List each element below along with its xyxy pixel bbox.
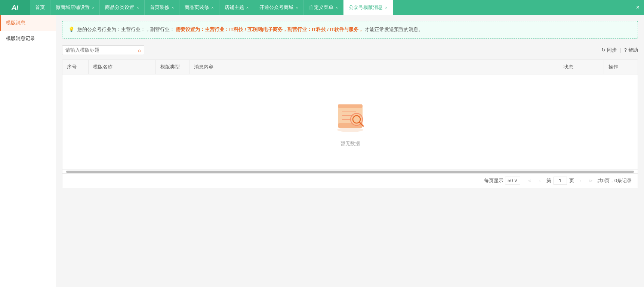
- empty-state: 暂无数据: [62, 74, 638, 170]
- data-table: 序号 模版名称 模版类型 消息内容 状态 操作: [62, 59, 638, 188]
- sync-button[interactable]: ↻ 同步: [601, 47, 617, 54]
- sidebar-item-label: 模版消息记录: [6, 36, 35, 41]
- banner-highlight: 需要设置为：主营行业：IT科技 / 互联网|电子商务，副营行业：IT科技 / I…: [176, 27, 363, 32]
- sync-label: 同步: [607, 47, 617, 54]
- help-label: 帮助: [628, 47, 638, 54]
- th-type: 模版类型: [156, 60, 189, 74]
- nav-tab-shop-settings[interactable]: 微商城店铺设置 ×: [50, 0, 100, 15]
- sidebar: 模版消息 模版消息记录: [0, 15, 56, 287]
- nav-tab-custom-menu[interactable]: 自定义菜单 ×: [304, 0, 343, 15]
- page-size-dropdown[interactable]: 50 ∨: [505, 177, 520, 184]
- help-icon: ?: [624, 47, 627, 53]
- nav-tab-close-icon[interactable]: ×: [136, 5, 139, 10]
- nav-tab-home[interactable]: 首页: [30, 0, 50, 15]
- layout: 模版消息 模版消息记录 💡 您的公众号行业为：主营行业：，副营行业： 需要设置为…: [0, 15, 644, 287]
- scroll-bar-area[interactable]: [62, 170, 638, 173]
- nav-tab-label: 商品页装修: [185, 4, 209, 11]
- chevron-down-icon: ∨: [514, 178, 518, 183]
- top-nav: Ai 首页 微商城店铺设置 × 商品分类设置 × 首页装修 × 商品页装修 × …: [0, 0, 644, 15]
- sync-icon: ↻: [601, 47, 606, 53]
- nav-tab-close-icon[interactable]: ×: [211, 5, 213, 10]
- svg-point-0: [337, 128, 363, 132]
- search-input[interactable]: [65, 47, 138, 53]
- table-header: 序号 模版名称 模版类型 消息内容 状态 操作: [62, 60, 638, 74]
- nav-tab-category-settings[interactable]: 商品分类设置 ×: [100, 0, 144, 15]
- nav-tab-product-decor[interactable]: 商品页装修 ×: [179, 0, 219, 15]
- nav-tab-label: 首页: [35, 4, 45, 11]
- toolbar-right: ↻ 同步 | ? 帮助: [601, 47, 638, 54]
- nav-tab-close-icon[interactable]: ×: [336, 5, 338, 10]
- nav-tab-close-icon[interactable]: ×: [246, 5, 249, 10]
- nav-tab-open-wechat-mall[interactable]: 开通公众号商城 ×: [254, 0, 303, 15]
- th-status: 状态: [559, 60, 604, 74]
- th-content: 消息内容: [189, 60, 559, 74]
- nav-tab-label: 店铺主题: [225, 4, 244, 11]
- th-seq: 序号: [62, 60, 89, 74]
- bulb-icon: 💡: [68, 27, 74, 32]
- page-size-select: 每页显示 50 ∨: [484, 177, 520, 184]
- page-size-value: 50: [508, 178, 513, 183]
- banner-prefix: 您的公众号行业为：主营行业：，副营行业：: [77, 27, 175, 32]
- nav-tab-close-icon[interactable]: ×: [92, 5, 94, 10]
- th-name: 模版名称: [89, 60, 156, 74]
- nav-close-all-button[interactable]: ×: [632, 0, 644, 15]
- page-label-before: 第: [546, 177, 551, 184]
- nav-tabs: 首页 微商城店铺设置 × 商品分类设置 × 首页装修 × 商品页装修 × 店铺主…: [30, 0, 632, 15]
- toolbar-divider: |: [620, 47, 621, 53]
- empty-text: 暂无数据: [341, 140, 360, 147]
- sidebar-item-template-msg-record[interactable]: 模版消息记录: [0, 31, 56, 46]
- logo: Ai: [0, 0, 30, 15]
- nav-tab-label: 商品分类设置: [105, 4, 134, 11]
- page-prev-button[interactable]: ‹: [536, 177, 544, 185]
- search-icon[interactable]: ⌕: [138, 47, 141, 53]
- sidebar-item-label: 模版消息: [6, 20, 25, 25]
- page-first-button[interactable]: ⊲: [526, 177, 534, 185]
- nav-tab-label: 公众号模版消息: [349, 4, 383, 11]
- page-number-input[interactable]: [554, 177, 567, 185]
- page-last-button[interactable]: ⊳: [587, 177, 595, 185]
- nav-tab-template-msg[interactable]: 公众号模版消息 ×: [343, 0, 393, 15]
- nav-tab-store-theme[interactable]: 店铺主题 ×: [219, 0, 254, 15]
- nav-tab-close-icon[interactable]: ×: [172, 5, 174, 10]
- help-button[interactable]: ? 帮助: [624, 47, 638, 54]
- th-action: 操作: [604, 60, 638, 74]
- empty-state-illustration: [330, 97, 371, 134]
- page-label-after: 页: [569, 177, 574, 184]
- nav-tab-homepage-decor[interactable]: 首页装修 ×: [145, 0, 179, 15]
- page-summary: 共0页，0条记录: [597, 177, 632, 184]
- scroll-thumb[interactable]: [66, 171, 634, 173]
- nav-tab-label: 微商城店铺设置: [56, 4, 90, 11]
- nav-tab-label: 开通公众号商城: [259, 4, 293, 11]
- sidebar-item-template-msg[interactable]: 模版消息: [0, 15, 56, 31]
- main-content: 💡 您的公众号行业为：主营行业：，副营行业： 需要设置为：主营行业：IT科技 /…: [56, 15, 644, 287]
- search-row: ⌕ ↻ 同步 | ? 帮助: [62, 45, 638, 55]
- search-input-wrap: ⌕: [62, 45, 144, 55]
- nav-tab-close-icon[interactable]: ×: [296, 5, 298, 10]
- info-banner: 💡 您的公众号行业为：主营行业：，副营行业： 需要设置为：主营行业：IT科技 /…: [62, 21, 638, 39]
- nav-tab-label: 首页装修: [150, 4, 169, 11]
- page-size-label: 每页显示: [484, 177, 503, 184]
- nav-tab-close-icon[interactable]: ×: [385, 5, 387, 10]
- pagination: 每页显示 50 ∨ ⊲ ‹ 第 页 › ⊳ 共0页，0条记录: [62, 173, 638, 188]
- nav-tab-label: 自定义菜单: [309, 4, 333, 11]
- page-next-button[interactable]: ›: [576, 177, 585, 185]
- banner-suffix: 才能正常发送预置的消息。: [365, 27, 423, 32]
